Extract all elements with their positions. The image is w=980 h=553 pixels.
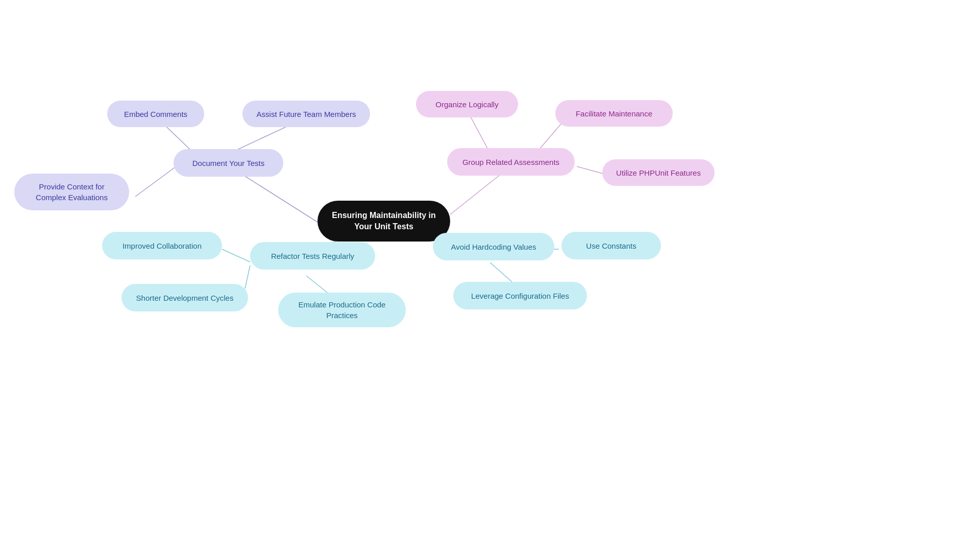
node-emulate-production: Emulate Production Code Practices [278, 293, 406, 327]
node-assist-future: Assist Future Team Members [242, 101, 370, 127]
mind-map-connections [0, 0, 980, 553]
node-embed-comments: Embed Comments [107, 101, 204, 127]
node-facilitate-maintenance: Facilitate Maintenance [555, 100, 673, 127]
node-utilize-phpunit: Utilize PHPUnit Features [602, 159, 715, 186]
svg-line-9 [222, 249, 250, 262]
node-use-constants: Use Constants [561, 232, 661, 259]
node-provide-context: Provide Context for Complex Evaluations [14, 174, 129, 210]
node-avoid-hardcoding: Avoid Hardcoding Values [433, 233, 554, 260]
node-leverage-config: Leverage Configuration Files [453, 282, 587, 309]
node-group-related: Group Related Assessments [447, 148, 575, 176]
svg-line-3 [135, 166, 176, 197]
node-document-your-tests: Document Your Tests [174, 149, 283, 177]
node-refactor-tests: Refactor Tests Regularly [250, 242, 375, 270]
svg-line-10 [245, 266, 250, 288]
center-node: Ensuring Maintainability in Your Unit Te… [317, 201, 450, 242]
node-improved-collab: Improved Collaboration [102, 232, 222, 259]
node-organize-logically: Organize Logically [416, 91, 518, 117]
node-shorter-cycles: Shorter Development Cycles [121, 284, 248, 311]
